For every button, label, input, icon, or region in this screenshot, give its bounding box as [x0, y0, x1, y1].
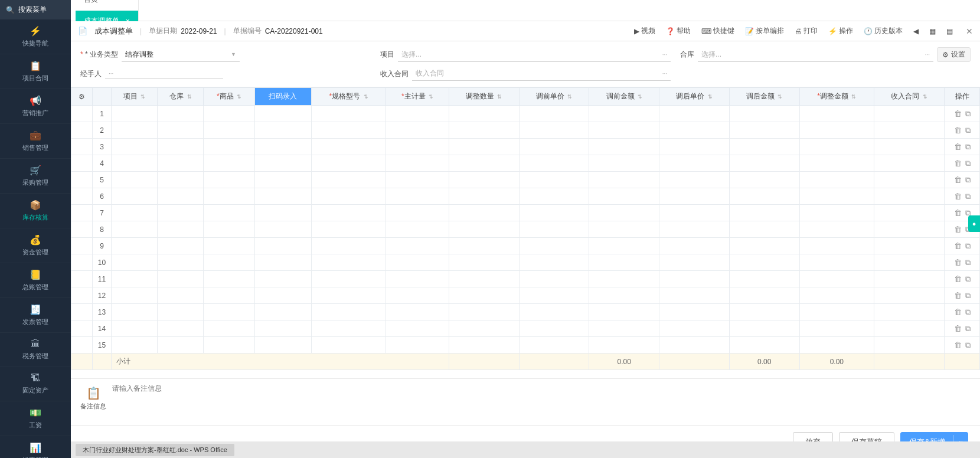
row-7-adjust-amount[interactable] — [799, 205, 874, 221]
view-btn[interactable]: ▶视频 — [632, 25, 658, 37]
row-10-adjust-amount[interactable] — [799, 254, 874, 271]
row-2-qty[interactable] — [449, 122, 519, 139]
row-15-qty[interactable] — [449, 337, 519, 354]
row-14-delete-icon[interactable]: 🗑 — [954, 324, 962, 333]
row-3-copy-icon[interactable]: ⧉ — [965, 142, 971, 152]
row-4-after-amount[interactable] — [729, 155, 799, 172]
row-14-scan[interactable] — [254, 320, 311, 337]
col-prev-amount-header[interactable]: 调前金额 ⇅ — [589, 88, 659, 106]
row-12-prev-unit-price[interactable] — [519, 287, 589, 304]
row-12-unit[interactable] — [386, 287, 449, 304]
row-11-product[interactable] — [204, 271, 254, 287]
row-7-prev-amount[interactable] — [589, 205, 659, 221]
row-1-scan[interactable] — [254, 106, 311, 122]
row-3-prev-unit-price[interactable] — [519, 139, 589, 155]
row-4-scan[interactable] — [254, 155, 311, 172]
row-10-spec[interactable] — [311, 254, 386, 271]
row-14-copy-icon[interactable]: ⧉ — [965, 324, 971, 333]
row-8-prev-amount[interactable] — [589, 221, 659, 238]
row-13-spec[interactable] — [311, 304, 386, 320]
nav-layout2-btn[interactable]: ▤ — [944, 26, 955, 37]
row-5-after-unit-price[interactable] — [659, 172, 730, 188]
row-2-spec[interactable] — [311, 122, 386, 139]
row-8-product[interactable] — [204, 221, 254, 238]
tab-home[interactable]: 首页 — [76, 0, 139, 11]
row-15-delete-icon[interactable]: 🗑 — [954, 341, 962, 349]
row-9-spec[interactable] — [311, 238, 386, 254]
row-13-scan[interactable] — [254, 304, 311, 320]
row-10-delete-icon[interactable]: 🗑 — [954, 258, 962, 267]
row-9-prev-unit-price[interactable] — [519, 238, 589, 254]
sidebar-item-quick-nav[interactable]: ⚡ 快捷导航 — [0, 19, 71, 54]
row-9-warehouse[interactable] — [158, 238, 204, 254]
batch-edit-btn[interactable]: 📝按单编排 — [743, 25, 786, 37]
row-15-adjust-amount[interactable] — [799, 337, 874, 354]
row-15-after-unit-price[interactable] — [659, 337, 730, 354]
row-14-spec[interactable] — [311, 320, 386, 337]
sidebar-item-inventory[interactable]: 📦 库存核算 — [0, 194, 71, 228]
row-10-after-amount[interactable] — [729, 254, 799, 271]
row-14-prev-amount[interactable] — [589, 320, 659, 337]
row-7-after-unit-price[interactable] — [659, 205, 730, 221]
row-6-adjust-amount[interactable] — [799, 188, 874, 205]
row-2-income-contract[interactable] — [874, 122, 945, 139]
row-2-prev-unit-price[interactable] — [519, 122, 589, 139]
row-9-copy-icon[interactable]: ⧉ — [965, 241, 971, 251]
col-income-contract-header[interactable]: 收入合同 ⇅ — [874, 88, 945, 106]
row-11-unit[interactable] — [386, 271, 449, 287]
row-12-qty[interactable] — [449, 287, 519, 304]
row-6-product[interactable] — [204, 188, 254, 205]
row-7-delete-icon[interactable]: 🗑 — [954, 208, 962, 217]
row-15-unit[interactable] — [386, 337, 449, 354]
row-1-delete-icon[interactable]: 🗑 — [954, 109, 962, 118]
row-6-prev-unit-price[interactable] — [519, 188, 589, 205]
row-7-project[interactable] — [112, 205, 158, 221]
row-14-adjust-amount[interactable] — [799, 320, 874, 337]
row-14-qty[interactable] — [449, 320, 519, 337]
row-11-after-unit-price[interactable] — [659, 271, 730, 287]
col-warehouse-header[interactable]: 仓库 ⇅ — [158, 88, 204, 106]
row-14-after-amount[interactable] — [729, 320, 799, 337]
row-15-copy-icon[interactable]: ⧉ — [965, 341, 971, 350]
row-2-delete-icon[interactable]: 🗑 — [954, 126, 962, 135]
row-12-project[interactable] — [112, 287, 158, 304]
row-13-after-unit-price[interactable] — [659, 304, 730, 320]
row-5-income-contract[interactable] — [874, 172, 945, 188]
row-13-product[interactable] — [204, 304, 254, 320]
row-11-prev-amount[interactable] — [589, 271, 659, 287]
row-9-unit[interactable] — [386, 238, 449, 254]
row-13-adjust-amount[interactable] — [799, 304, 874, 320]
row-12-delete-icon[interactable]: 🗑 — [954, 291, 962, 300]
row-9-qty[interactable] — [449, 238, 519, 254]
row-15-project[interactable] — [112, 337, 158, 354]
row-3-income-contract[interactable] — [874, 139, 945, 155]
row-9-delete-icon[interactable]: 🗑 — [954, 241, 962, 250]
row-5-prev-unit-price[interactable] — [519, 172, 589, 188]
row-9-income-contract[interactable] — [874, 238, 945, 254]
row-7-spec[interactable] — [311, 205, 386, 221]
row-11-qty[interactable] — [449, 271, 519, 287]
col-spec-header[interactable]: *规格型号 ⇅ — [311, 88, 386, 106]
row-3-unit[interactable] — [386, 139, 449, 155]
col-settings-header[interactable]: ⚙ — [71, 88, 93, 106]
row-7-unit[interactable] — [386, 205, 449, 221]
row-5-qty[interactable] — [449, 172, 519, 188]
business-type-input[interactable]: 结存调整 ▼ — [122, 48, 240, 62]
row-13-prev-unit-price[interactable] — [519, 304, 589, 320]
row-2-product[interactable] — [204, 122, 254, 139]
row-4-warehouse[interactable] — [158, 155, 204, 172]
row-1-warehouse[interactable] — [158, 106, 204, 122]
row-15-after-amount[interactable] — [729, 337, 799, 354]
row-8-spec[interactable] — [311, 221, 386, 238]
row-8-after-unit-price[interactable] — [659, 221, 730, 238]
row-9-after-unit-price[interactable] — [659, 238, 730, 254]
sidebar-item-payroll[interactable]: 💵 工资 — [0, 401, 71, 436]
row-13-unit[interactable] — [386, 304, 449, 320]
row-15-prev-unit-price[interactable] — [519, 337, 589, 354]
row-2-after-unit-price[interactable] — [659, 122, 730, 139]
row-8-unit[interactable] — [386, 221, 449, 238]
row-10-copy-icon[interactable]: ⧉ — [965, 258, 971, 267]
row-8-after-amount[interactable] — [729, 221, 799, 238]
row-3-after-amount[interactable] — [729, 139, 799, 155]
row-13-project[interactable] — [112, 304, 158, 320]
